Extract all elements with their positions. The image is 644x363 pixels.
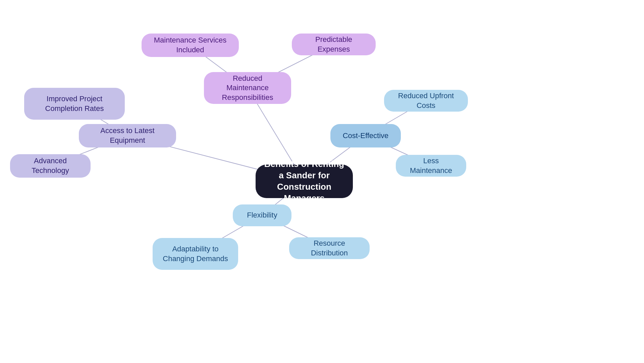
center-node: Benefits of Renting a Sander for Constru… <box>256 165 353 198</box>
node-maintenance-services: Maintenance Services Included <box>142 34 239 57</box>
node-predictable-expenses: Predictable Expenses <box>292 34 376 55</box>
node-cost-effective: Cost-Effective <box>330 124 401 147</box>
node-reduced-costs: Reduced Upfront Costs <box>384 90 468 112</box>
node-resource-dist: Resource Distribution <box>289 237 370 259</box>
node-reduced-maintenance: Reduced Maintenance Responsibilities <box>204 72 291 104</box>
node-advanced-tech: Advanced Technology <box>10 154 91 178</box>
node-less-maintenance: Less Maintenance <box>396 155 466 177</box>
node-adaptability: Adaptability to Changing Demands <box>153 238 238 270</box>
node-improved-rates: Improved Project Completion Rates <box>24 88 125 120</box>
node-access-latest: Access to Latest Equipment <box>79 124 176 147</box>
node-flexibility: Flexibility <box>233 204 291 226</box>
